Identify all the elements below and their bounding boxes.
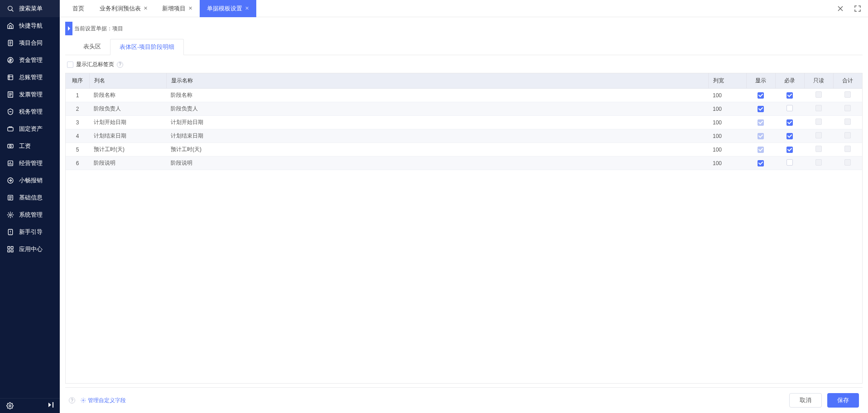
sidebar-item-label: 经营管理 (19, 159, 43, 167)
tab-label: 业务利润预估表 (100, 5, 141, 13)
cell-width[interactable]: 100 (708, 89, 746, 102)
close-all-tabs-button[interactable] (835, 4, 845, 14)
sidebar-item-tax[interactable]: 税务管理 (0, 103, 60, 120)
required-checkbox[interactable] (786, 147, 793, 153)
required-checkbox[interactable] (786, 159, 793, 166)
cell-name: 计划结束日期 (89, 129, 166, 143)
cell-width[interactable]: 100 (708, 102, 746, 116)
footer-help-icon[interactable]: ? (69, 397, 75, 404)
svg-rect-16 (11, 250, 13, 252)
sidebar-item-info[interactable]: 基础信息 (0, 189, 60, 206)
sidebar-item-asset[interactable]: 固定资产 (0, 120, 60, 138)
cell-seq: 6 (66, 157, 89, 170)
cell-display[interactable]: 计划开始日期 (166, 116, 708, 129)
svg-rect-5 (8, 128, 13, 131)
table-row: 5预计工时(天)预计工时(天)100 (66, 143, 862, 157)
cell-name: 阶段名称 (89, 89, 166, 102)
subtab-1[interactable]: 表体区-项目阶段明细 (110, 39, 184, 55)
sidebar-item-sys[interactable]: 系统管理 (0, 206, 60, 223)
sidebar-item-label: 工资 (19, 142, 31, 150)
banner-chevron-icon[interactable] (65, 22, 72, 35)
required-checkbox[interactable] (786, 119, 793, 126)
option-row: 显示汇总标签页 ? (65, 59, 863, 69)
sidebar-item-reimburse[interactable]: 小畅报销 (0, 172, 60, 189)
readonly-checkbox (815, 159, 822, 166)
svg-rect-14 (11, 247, 13, 249)
banner-value: 项目 (112, 25, 123, 33)
sidebar-footer (0, 398, 60, 413)
tab-label: 新增项目 (162, 5, 186, 13)
sum-checkbox (844, 119, 851, 125)
close-icon[interactable]: ✕ (188, 5, 192, 11)
sidebar-item-home[interactable]: 快捷导航 (0, 17, 60, 34)
sidebar-item-salary[interactable]: 工资 (0, 138, 60, 155)
cell-width[interactable]: 100 (708, 143, 746, 157)
home-icon (6, 22, 14, 30)
show-checkbox[interactable] (758, 106, 764, 112)
cell-display[interactable]: 阶段说明 (166, 157, 708, 170)
tab-3[interactable]: 单据模板设置✕ (200, 0, 256, 17)
tab-0[interactable]: 首页 (64, 0, 92, 17)
tab-2[interactable]: 新增项目✕ (155, 0, 200, 17)
cell-display[interactable]: 阶段名称 (166, 89, 708, 102)
sidebar-item-invoice[interactable]: 发票管理 (0, 86, 60, 103)
sidebar-item-label: 基础信息 (19, 194, 43, 202)
sidebar: 搜索菜单快捷导航项目合同资金管理总账管理发票管理税务管理固定资产工资经营管理小畅… (0, 0, 60, 413)
biz-icon (6, 159, 14, 167)
cell-width[interactable]: 100 (708, 116, 746, 129)
save-button[interactable]: 保存 (827, 393, 859, 408)
invoice-icon (6, 90, 14, 99)
sidebar-item-guide[interactable]: 新手引导 (0, 223, 60, 241)
gear-icon[interactable] (6, 402, 14, 409)
required-checkbox[interactable] (786, 133, 793, 139)
cancel-button[interactable]: 取消 (789, 393, 822, 408)
sub-tab-bar: 表头区表体区-项目阶段明细 (65, 39, 863, 55)
sidebar-item-biz[interactable]: 经营管理 (0, 155, 60, 172)
svg-rect-6 (8, 144, 13, 148)
cell-seq: 2 (66, 102, 89, 116)
close-icon[interactable]: ✕ (144, 5, 148, 11)
search-icon (6, 5, 14, 13)
sidebar-item-ledger[interactable]: 总账管理 (0, 69, 60, 86)
context-banner: 当前设置单据： 项目 (65, 22, 863, 35)
required-checkbox[interactable] (786, 105, 793, 111)
svg-rect-3 (8, 75, 13, 80)
required-checkbox[interactable] (786, 92, 793, 99)
sidebar-item-apps[interactable]: 应用中心 (0, 241, 60, 258)
show-checkbox[interactable] (758, 160, 764, 166)
doc-icon (6, 39, 14, 47)
readonly-checkbox (815, 105, 822, 111)
show-summary-checkbox[interactable] (67, 62, 73, 68)
help-icon[interactable]: ? (117, 62, 123, 68)
svg-point-11 (10, 214, 11, 216)
subtab-0[interactable]: 表头区 (74, 39, 110, 55)
cell-width[interactable]: 100 (708, 129, 746, 143)
table-row: 3计划开始日期计划开始日期100 (66, 116, 862, 129)
close-icon[interactable]: ✕ (245, 5, 249, 11)
cell-width[interactable]: 100 (708, 157, 746, 170)
guide-icon (6, 228, 14, 236)
manage-custom-fields-link[interactable]: 管理自定义字段 (81, 397, 126, 404)
cell-display[interactable]: 阶段负责人 (166, 102, 708, 116)
show-checkbox[interactable] (758, 92, 764, 99)
th-name: 列名 (89, 73, 166, 89)
reimburse-icon (6, 176, 14, 185)
cell-display[interactable]: 预计工时(天) (166, 143, 708, 157)
sidebar-item-doc[interactable]: 项目合同 (0, 34, 60, 52)
th-width: 列宽 (708, 73, 746, 89)
cell-display[interactable]: 计划结束日期 (166, 129, 708, 143)
readonly-checkbox (815, 91, 822, 98)
sidebar-item-money[interactable]: 资金管理 (0, 52, 60, 69)
page-footer: ? 管理自定义字段 取消 保存 (65, 387, 863, 413)
fullscreen-icon[interactable] (853, 4, 863, 14)
asset-icon (6, 125, 14, 133)
collapse-icon[interactable] (46, 402, 53, 409)
sidebar-item-label: 项目合同 (19, 39, 43, 47)
sidebar-item-label: 新手引导 (19, 228, 43, 236)
salary-icon (6, 142, 14, 150)
sidebar-item-label: 小畅报销 (19, 176, 43, 185)
tab-1[interactable]: 业务利润预估表✕ (92, 0, 155, 17)
sidebar-item-label: 应用中心 (19, 245, 43, 253)
readonly-checkbox (815, 119, 822, 125)
sidebar-item-search[interactable]: 搜索菜单 (0, 0, 60, 17)
